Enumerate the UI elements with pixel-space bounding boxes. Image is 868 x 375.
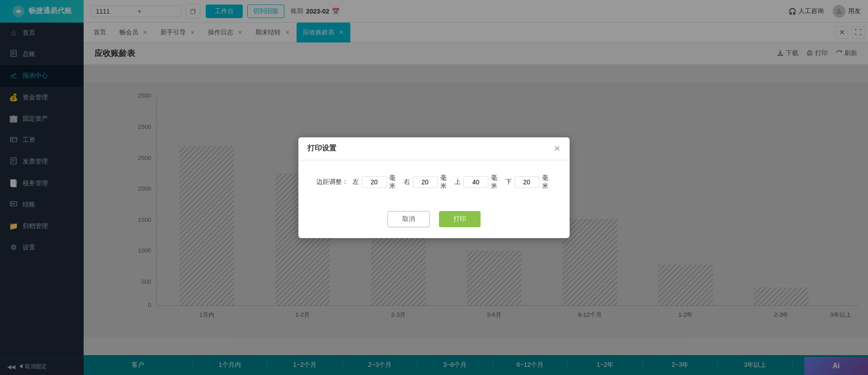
modal-close-button[interactable]: ✕ <box>554 144 561 154</box>
cancel-button[interactable]: 取消 <box>387 211 430 227</box>
bottom-margin-input[interactable] <box>514 176 539 188</box>
right-unit: 毫米 <box>440 174 450 190</box>
left-prefix: 左 <box>353 178 359 186</box>
modal-header: 打印设置 ✕ <box>298 137 570 160</box>
top-margin-group: 上 毫米 <box>454 174 501 190</box>
modal-body: 边距调整： 左 毫米 右 毫米 上 毫米 下 <box>298 160 570 204</box>
top-unit: 毫米 <box>491 174 501 190</box>
left-margin-group: 左 毫米 <box>353 174 399 190</box>
left-margin-input[interactable] <box>362 176 387 188</box>
top-margin-input[interactable] <box>463 176 488 188</box>
margin-label: 边距调整： <box>316 178 348 186</box>
bottom-unit: 毫米 <box>542 174 552 190</box>
right-margin-input[interactable] <box>413 176 438 188</box>
modal-overlay: 打印设置 ✕ 边距调整： 左 毫米 右 毫米 上 毫米 <box>0 0 868 375</box>
right-margin-group: 右 毫米 <box>404 174 450 190</box>
print-confirm-button[interactable]: 打印 <box>439 211 481 227</box>
modal-footer: 取消 打印 <box>298 204 570 238</box>
left-unit: 毫米 <box>389 174 399 190</box>
modal-title: 打印设置 <box>307 144 554 153</box>
bottom-margin-group: 下 毫米 <box>505 174 552 190</box>
print-settings-dialog: 打印设置 ✕ 边距调整： 左 毫米 右 毫米 上 毫米 <box>298 137 570 238</box>
margin-form-row: 边距调整： 左 毫米 右 毫米 上 毫米 下 <box>316 174 552 190</box>
top-prefix: 上 <box>454 178 461 186</box>
right-prefix: 右 <box>404 178 410 186</box>
bottom-prefix: 下 <box>505 178 512 186</box>
